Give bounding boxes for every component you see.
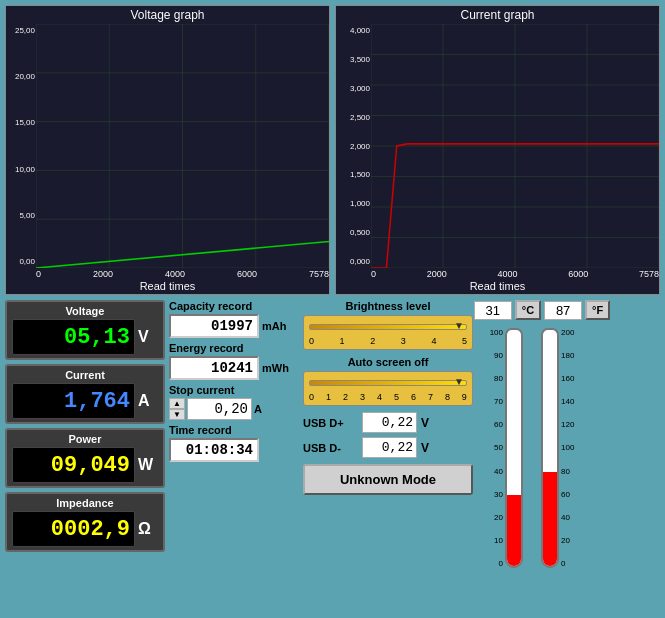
- usb-dminus-label: USB D-: [303, 442, 358, 454]
- impedance-display: 0002,9: [12, 511, 135, 547]
- voltage-block: Voltage 05,13 V: [5, 300, 165, 360]
- power-display: 09,049: [12, 447, 135, 483]
- current-y-ticks: 4,000 3,500 3,000 2,500 2,000 1,500 1,00…: [336, 24, 371, 268]
- stop-current-input[interactable]: [187, 398, 252, 420]
- thermometers-visual: 100 90 80 70 60 50 40 30 20 10 0: [477, 328, 587, 568]
- power-block: Power 09,049 W: [5, 428, 165, 488]
- celsius-scale: 100 90 80 70 60 50 40 30 20 10 0: [477, 328, 505, 568]
- capacity-record-label: Capacity record: [169, 300, 299, 312]
- measurements-column: Voltage 05,13 V Current 1,764 A Power 09…: [5, 300, 165, 613]
- current-block: Current 1,764 A: [5, 364, 165, 424]
- current-display: 1,764: [12, 383, 135, 419]
- auto-screen-off-slider-track[interactable]: [309, 380, 467, 386]
- capacity-record-input[interactable]: [169, 314, 259, 338]
- auto-screen-off-section: Auto screen off ▼ 0 1 2 3 4 5 6 7 8 9: [303, 356, 473, 406]
- celsius-unit-button[interactable]: °C: [515, 300, 541, 320]
- celsius-thermometer: [505, 328, 523, 568]
- stop-current-block: Stop current ▲ ▼ A: [169, 384, 299, 420]
- fahrenheit-unit-button[interactable]: °F: [585, 300, 610, 320]
- records-column: Capacity record mAh Energy record mWh St…: [169, 300, 299, 613]
- current-chart: Current graph 4,000 3,500 3,000 2,500 2,…: [335, 5, 660, 295]
- stop-current-up-button[interactable]: ▲: [169, 398, 185, 409]
- brightness-title: Brightness level: [303, 300, 473, 312]
- voltage-chart-title: Voltage graph: [6, 6, 329, 24]
- bottom-panel: Voltage 05,13 V Current 1,764 A Power 09…: [0, 295, 665, 618]
- unknown-mode-button[interactable]: Unknown Mode: [303, 464, 473, 495]
- voltage-chart: Voltage graph 25,00 20,00 15,00 10,00 5,…: [5, 5, 330, 295]
- usb-dminus-row: USB D- V: [303, 437, 473, 458]
- auto-screen-off-slider-container[interactable]: ▼ 0 1 2 3 4 5 6 7 8 9: [303, 371, 473, 406]
- capacity-record-block: Capacity record mAh: [169, 300, 299, 338]
- current-chart-title: Current graph: [336, 6, 659, 24]
- power-label: Power: [12, 433, 158, 445]
- voltage-unit: V: [138, 328, 158, 346]
- stop-current-spinbox: ▲ ▼: [169, 398, 185, 420]
- energy-record-unit: mWh: [262, 362, 289, 374]
- time-record-label: Time record: [169, 424, 299, 436]
- current-label: Current: [12, 369, 158, 381]
- auto-screen-off-labels: 0 1 2 3 4 5 6 7 8 9: [309, 392, 467, 402]
- usb-dplus-row: USB D+ V: [303, 412, 473, 433]
- fahrenheit-fill: [543, 472, 557, 566]
- temperature-header: °C °F: [477, 300, 607, 320]
- voltage-x-axis: 0 2000 4000 6000 7578: [6, 268, 329, 280]
- charts-section: Voltage graph 25,00 20,00 15,00 10,00 5,…: [0, 0, 665, 295]
- current-unit: A: [138, 392, 158, 410]
- brightness-slider-track[interactable]: [309, 324, 467, 330]
- fahrenheit-thermometer: [541, 328, 559, 568]
- energy-record-label: Energy record: [169, 342, 299, 354]
- current-x-axis: 0 2000 4000 6000 7578: [336, 268, 659, 280]
- brightness-section: Brightness level ▼ 0 1 2 3 4 5: [303, 300, 473, 350]
- brightness-labels: 0 1 2 3 4 5: [309, 336, 467, 346]
- voltage-display: 05,13: [12, 319, 135, 355]
- usb-dplus-input[interactable]: [362, 412, 417, 433]
- brightness-slider-container[interactable]: ▼ 0 1 2 3 4 5: [303, 315, 473, 350]
- stop-current-label: Stop current: [169, 384, 299, 396]
- celsius-input[interactable]: [474, 301, 512, 320]
- usb-dminus-input[interactable]: [362, 437, 417, 458]
- impedance-label: Impedance: [12, 497, 158, 509]
- impedance-block: Impedance 0002,9 Ω: [5, 492, 165, 552]
- voltage-label: Voltage: [12, 305, 158, 317]
- energy-record-input[interactable]: [169, 356, 259, 380]
- celsius-fill: [507, 495, 521, 566]
- current-x-label: Read times: [336, 280, 659, 294]
- fahrenheit-scale: 200 180 160 140 120 100 80 60 40 20 0: [559, 328, 587, 568]
- usb-dplus-unit: V: [421, 416, 429, 430]
- auto-screen-off-dropdown-icon[interactable]: ▼: [454, 376, 464, 387]
- capacity-record-unit: mAh: [262, 320, 286, 332]
- usb-dplus-label: USB D+: [303, 417, 358, 429]
- voltage-y-ticks: 25,00 20,00 15,00 10,00 5,00 0,00: [6, 24, 36, 268]
- usb-section: USB D+ V USB D- V: [303, 412, 473, 458]
- usb-dminus-unit: V: [421, 441, 429, 455]
- power-unit: W: [138, 456, 158, 474]
- time-record-block: Time record: [169, 424, 299, 462]
- energy-record-block: Energy record mWh: [169, 342, 299, 380]
- auto-screen-off-title: Auto screen off: [303, 356, 473, 368]
- stop-current-down-button[interactable]: ▼: [169, 409, 185, 420]
- center-right-column: Brightness level ▼ 0 1 2 3 4 5 Auto scre…: [303, 300, 473, 613]
- brightness-dropdown-icon[interactable]: ▼: [454, 320, 464, 331]
- current-chart-area: [371, 24, 659, 268]
- time-record-input[interactable]: [169, 438, 259, 462]
- voltage-chart-area: [36, 24, 329, 268]
- voltage-x-label: Read times: [6, 280, 329, 294]
- impedance-unit: Ω: [138, 520, 158, 538]
- stop-current-unit: A: [254, 403, 262, 415]
- fahrenheit-input[interactable]: [544, 301, 582, 320]
- thermometer-column: °C °F 100 90 80 70 60 50 40 30 20 10 0: [477, 300, 607, 613]
